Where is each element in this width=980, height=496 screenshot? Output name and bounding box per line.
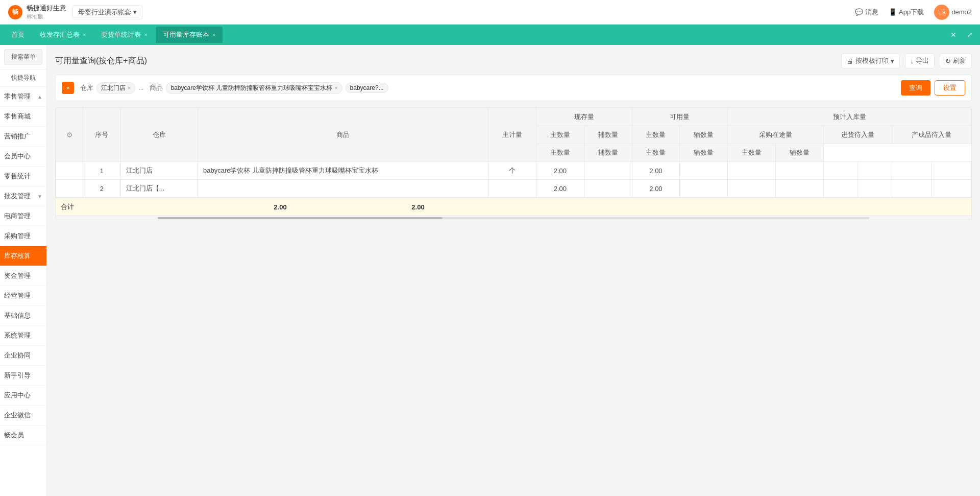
chevron-down-icon2: ▼: [37, 194, 42, 199]
fullscreen-btn[interactable]: ⤢: [964, 29, 976, 41]
tab-order-stats[interactable]: 要货单统计表 ×: [94, 27, 154, 43]
col-main-unit-header: 主计量: [488, 108, 536, 162]
row-main-unit-0: 个: [488, 162, 536, 180]
product-tag-remove[interactable]: ×: [334, 85, 337, 91]
horizontal-scrollbar[interactable]: [56, 216, 971, 220]
footer-label-area: 合计: [61, 202, 214, 211]
print-btn[interactable]: 🖨 按模板打印 ▾: [841, 53, 900, 68]
tab-available-inventory-close[interactable]: ×: [212, 32, 215, 38]
warehouse-more-dots[interactable]: ...: [138, 84, 143, 91]
product-label: 商品: [150, 83, 163, 92]
tab-home-label: 首页: [11, 30, 24, 39]
print-arrow: ▾: [891, 57, 894, 65]
sidebar-item-ops-mgmt[interactable]: 经营管理: [0, 286, 46, 306]
tab-income-expense-close[interactable]: ×: [83, 32, 86, 38]
col-warehouse-header: 仓库: [120, 108, 198, 162]
sidebar-item-marketing-label: 营销推广: [4, 132, 31, 141]
print-label: 按模板打印: [855, 56, 889, 65]
col-available-main-header: 主数量: [632, 126, 680, 144]
message-btn[interactable]: 💬 消息: [855, 8, 878, 17]
tab-order-stats-label: 要货单统计表: [101, 30, 141, 39]
sidebar-item-inventory-check-label: 库存核算: [4, 251, 31, 261]
col-settings-header[interactable]: ⚙: [56, 108, 83, 162]
tab-available-inventory[interactable]: 可用量库存账本 ×: [156, 27, 223, 43]
product-tag-0: babycare学饮杯 儿童防摔防撞吸管杯重力球吸嘴杯宝宝水杯 ×: [166, 82, 342, 94]
query-btn[interactable]: 查询: [901, 80, 930, 96]
col-procurement-header: 采购在途量: [728, 126, 824, 144]
sidebar-item-system-mgmt[interactable]: 系统管理: [0, 326, 46, 346]
tab-available-inventory-label: 可用量库存账本: [163, 30, 209, 39]
sidebar: 搜索菜单 快捷导航 零售管理 ▲ 零售商城 营销推广 会员中心 零售统计 批发管…: [0, 45, 47, 496]
setting-btn[interactable]: 设置: [935, 80, 965, 96]
sidebar-item-inventory-check[interactable]: 库存核算: [0, 246, 46, 266]
col-current-main-header: 主数量: [536, 126, 584, 144]
row-product-0: babycare学饮杯 儿童防摔防撞吸管杯重力球吸嘴杯宝宝水杯: [198, 162, 488, 180]
row-no-0: 1: [83, 162, 120, 180]
sidebar-item-enterprise-collab[interactable]: 企业协同: [0, 346, 46, 366]
row-procurement-main-0: [728, 162, 776, 180]
filter-expand-btn[interactable]: »: [62, 82, 74, 94]
row-current-aux-0: [584, 162, 632, 180]
logo-sub: 标准版: [27, 13, 66, 20]
tab-bar: 首页 收发存汇总表 × 要货单统计表 × 可用量库存账本 × ✕ ⤢: [0, 25, 980, 45]
col-production-main-header: 主数量: [728, 144, 776, 162]
message-icon: 💬: [855, 8, 863, 16]
sidebar-item-ecommerce-mgmt[interactable]: 电商管理: [0, 206, 46, 226]
sidebar-item-basic-info[interactable]: 基础信息: [0, 306, 46, 326]
export-label: 导出: [916, 56, 929, 65]
product-tag-text: babycare学饮杯 儿童防摔防撞吸管杯重力球吸嘴杯宝宝水杯: [170, 84, 332, 92]
quick-nav-btn[interactable]: 快捷导航: [0, 69, 46, 87]
sidebar-item-retail-stats[interactable]: 零售统计: [0, 167, 46, 186]
tab-home[interactable]: 首页: [4, 27, 32, 43]
user-area[interactable]: Ea demo2: [934, 5, 972, 20]
sidebar-item-member-center[interactable]: 会员中心: [0, 147, 46, 167]
table-row: 2 江北门店【... 2.00 2.00: [56, 180, 971, 198]
refresh-btn[interactable]: ↻ 刷新: [940, 53, 972, 68]
sidebar-item-enterprise-collab-label: 企业协同: [4, 351, 31, 360]
row-warehouse-1: 江北门店【...: [120, 180, 198, 198]
page-actions: 🖨 按模板打印 ▾ ↓ 导出 ↻ 刷新: [841, 53, 972, 68]
search-menu-btn[interactable]: 搜索菜单: [4, 49, 42, 65]
sidebar-item-purchase-mgmt[interactable]: 采购管理: [0, 226, 46, 246]
close-all-tabs-btn[interactable]: ✕: [947, 29, 960, 41]
col-current-aux-header: 辅数量: [584, 126, 632, 144]
sidebar-item-member[interactable]: 畅会员: [0, 426, 46, 445]
col-incoming-aux-header: 辅数量: [680, 144, 728, 162]
sidebar-item-zero-sales[interactable]: 零售管理 ▲: [0, 87, 46, 107]
row-production-main-0: [892, 162, 932, 180]
col-incoming-main-header: 主数量: [632, 144, 680, 162]
user-name: demo2: [951, 8, 972, 16]
filter-actions: 查询 设置: [901, 80, 965, 96]
industry-selector[interactable]: 母婴行业演示账套 ▾: [72, 5, 142, 19]
export-btn[interactable]: ↓ 导出: [905, 53, 935, 68]
row-available-main-0: 2.00: [632, 162, 680, 180]
sidebar-item-member-label: 畅会员: [4, 431, 24, 440]
col-current-stock-header: 现存量: [536, 108, 632, 126]
sidebar-item-finance-mgmt[interactable]: 资金管理: [0, 266, 46, 286]
sidebar-item-new-guide[interactable]: 新手引导: [0, 366, 46, 386]
sidebar-item-wholesale-mgmt[interactable]: 批发管理 ▼: [0, 186, 46, 206]
scrollbar-thumb[interactable]: [158, 217, 443, 219]
row-current-main-1: 2.00: [536, 180, 584, 198]
row-current-aux-1: [584, 180, 632, 198]
sidebar-item-app-center[interactable]: 应用中心: [0, 386, 46, 406]
col-procurement-main-header: 主数量: [536, 144, 584, 162]
product-tag-1: babycare?...: [346, 83, 388, 93]
tab-income-expense[interactable]: 收发存汇总表 ×: [33, 27, 93, 43]
logo-area: 畅 畅捷通好生意 标准版: [8, 4, 66, 20]
sidebar-item-enterprise-wechat[interactable]: 企业微信: [0, 406, 46, 426]
row-available-aux-1: [680, 180, 728, 198]
tab-order-stats-close[interactable]: ×: [144, 32, 147, 38]
sidebar-item-ops-mgmt-label: 经营管理: [4, 291, 31, 300]
app-download-btn[interactable]: 📱 App下载: [889, 8, 924, 17]
sidebar-item-marketing[interactable]: 营销推广: [0, 127, 46, 147]
main-layout: 搜索菜单 快捷导航 零售管理 ▲ 零售商城 营销推广 会员中心 零售统计 批发管…: [0, 45, 980, 496]
refresh-icon: ↻: [945, 57, 951, 65]
sidebar-item-online-store[interactable]: 零售商城: [0, 107, 46, 127]
warehouse-tag-text: 江北门店: [101, 84, 126, 92]
row-current-main-0: 2.00: [536, 162, 584, 180]
product-filter: 商品 babycare学饮杯 儿童防摔防撞吸管杯重力球吸嘴杯宝宝水杯 × bab…: [150, 82, 388, 94]
sidebar-item-app-center-label: 应用中心: [4, 391, 31, 400]
warehouse-tag-remove[interactable]: ×: [128, 85, 131, 91]
content-area: 可用量查询(按仓库+商品) 🖨 按模板打印 ▾ ↓ 导出 ↻ 刷新 »: [47, 45, 980, 496]
